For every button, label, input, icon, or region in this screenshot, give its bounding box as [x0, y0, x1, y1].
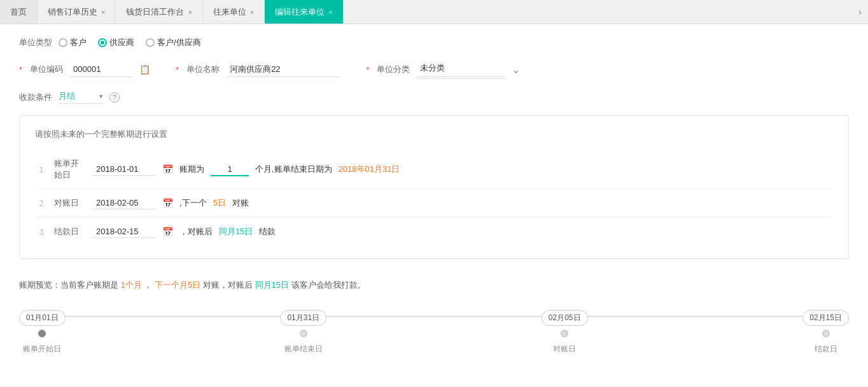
tab-sales-order-history[interactable]: 销售订单历史 ×	[38, 0, 116, 24]
row-2-prefix: ,下一个	[179, 197, 207, 209]
setting-box: 请按照未来的一个完整帐期进行设置 1 账单开始日 📅 账期为 个月,账单结束日期…	[19, 115, 849, 259]
timeline-label-2: 对账日	[553, 344, 576, 355]
row-2-cal-icon[interactable]: 📅	[162, 198, 173, 208]
radio-customer[interactable]: 客户	[59, 37, 87, 48]
tab-sales-close[interactable]: ×	[101, 8, 105, 16]
radio-both-label: 客户/供应商	[157, 37, 201, 48]
unit-category-label: 单位分类	[377, 64, 410, 75]
timeline-label-0: 账单开始日	[23, 344, 61, 355]
tab-partner-units[interactable]: 往来单位 ×	[203, 0, 265, 24]
unit-category-value: 未分类	[416, 60, 505, 77]
timeline-label-3: 结款日	[815, 344, 837, 355]
row-3-highlight: 同月15日	[219, 226, 253, 237]
row-3-name: 结款日	[54, 226, 86, 237]
timeline-badge-3: 02月15日	[802, 310, 849, 326]
preview-part3-sep: 该客户会给我打款。	[291, 280, 366, 290]
row-3-suffix: 结款	[259, 226, 276, 237]
radio-customer-circle	[59, 38, 67, 47]
row-3-prefix: ，对账后	[179, 226, 213, 237]
row-3-date-input[interactable]	[92, 225, 156, 238]
timeline-point-1: 01月31日 账单结束日	[280, 310, 326, 355]
payment-condition-row: 收款条件 月结 ▾ ?	[19, 90, 849, 104]
preview-part1-sep: ，	[144, 280, 152, 290]
unit-code-star: *	[19, 65, 22, 74]
row-1-name: 账单开始日	[54, 158, 86, 181]
preview-part2: 下一个月5日	[155, 280, 200, 290]
tab-cash-clearing[interactable]: 钱货日清工作台 ×	[116, 0, 202, 24]
tab-partner-label: 往来单位	[213, 6, 246, 18]
unit-type-label: 单位类型	[19, 37, 52, 48]
tab-bar: 首页 销售订单历史 × 钱货日清工作台 × 往来单位 × 编辑往来单位 × ›	[0, 0, 868, 24]
tab-cash-label: 钱货日清工作台	[126, 6, 184, 18]
preview-part1: 1个月	[121, 280, 142, 290]
tab-cash-close[interactable]: ×	[188, 8, 192, 16]
payment-condition-label: 收款条件	[19, 92, 52, 103]
unit-code-label: 单位编码	[30, 64, 63, 75]
radio-supplier-circle	[98, 38, 107, 47]
radio-supplier[interactable]: 供应商	[98, 37, 134, 48]
row-1-highlight: 2018年01月31日	[339, 164, 400, 175]
payment-condition-value: 月结	[59, 90, 97, 102]
timeline-points: 01月01日 账单开始日 01月31日 账单结束日 02月05日 对账日 02月…	[19, 310, 849, 355]
unit-name-star: *	[176, 65, 179, 74]
tab-edit-close[interactable]: ×	[328, 8, 332, 16]
unit-type-radio-group: 客户 供应商 客户/供应商	[59, 37, 201, 48]
row-3-num: 3	[35, 227, 48, 237]
row-2-date-input[interactable]	[92, 197, 156, 209]
preview-label: 账期预览：当前客户账期是	[19, 280, 118, 290]
preview-part3: 同月15日	[255, 280, 289, 290]
timeline-point-2: 02月05日 对账日	[542, 310, 588, 355]
row-1-period-input[interactable]	[211, 163, 249, 176]
preview-part2-sep: 对账，对账后	[203, 280, 253, 290]
radio-both-circle	[146, 38, 155, 47]
row-1-suffix: 账期为	[179, 164, 204, 175]
unit-info-row: * 单位编码 📋 * 单位名称 * 单位分类 未分类 ⌄	[19, 60, 849, 79]
radio-both[interactable]: 客户/供应商	[146, 37, 201, 48]
timeline-badge-1: 01月31日	[280, 310, 326, 326]
row-1-period-unit: 个月,账单结束日期为	[255, 164, 332, 175]
radio-customer-label: 客户	[70, 37, 87, 48]
payment-help-icon[interactable]: ?	[109, 92, 120, 102]
timeline-dot-1	[300, 330, 307, 337]
timeline-dot-0	[38, 330, 46, 337]
preview-text: 账期预览：当前客户账期是 1个月 ， 下一个月5日 对账，对账后 同月15日 该…	[19, 279, 849, 291]
unit-code-icon[interactable]: 📋	[139, 64, 150, 74]
row-3-cal-icon[interactable]: 📅	[162, 227, 173, 237]
tab-edit-label: 编辑往来单位	[275, 6, 325, 18]
preview-section: 账期预览：当前客户账期是 1个月 ， 下一个月5日 对账，对账后 同月15日 该…	[19, 269, 849, 374]
row-1-cal-icon[interactable]: 📅	[162, 164, 173, 174]
main-content: 单位类型 客户 供应商 客户/供应商 * 单位编码 📋 * 单位名称 * 单位分…	[0, 24, 868, 386]
unit-category-dropdown-icon[interactable]: ⌄	[512, 64, 520, 76]
tab-sales-label: 销售订单历史	[48, 6, 97, 18]
tab-edit-partner[interactable]: 编辑往来单位 ×	[265, 0, 343, 24]
tab-partner-close[interactable]: ×	[250, 8, 254, 16]
row-2-name: 对账日	[54, 197, 86, 209]
payment-condition-arrow: ▾	[99, 92, 103, 101]
unit-name-label: 单位名称	[186, 64, 220, 75]
timeline-badge-0: 01月01日	[19, 310, 66, 326]
setting-row-3: 3 结款日 📅 ，对账后 同月15日 结款	[35, 218, 833, 246]
tab-home-label: 首页	[10, 6, 27, 18]
row-2-num: 2	[35, 199, 48, 208]
timeline-dot-2	[561, 330, 568, 337]
tab-home[interactable]: 首页	[0, 0, 38, 24]
timeline-label-1: 账单结束日	[284, 344, 323, 355]
row-2-highlight: 5日	[213, 197, 226, 209]
row-1-num: 1	[35, 165, 48, 174]
setting-row-2: 2 对账日 📅 ,下一个 5日 对账	[35, 189, 833, 218]
unit-name-input[interactable]	[226, 62, 340, 77]
row-2-middle: 对账	[232, 197, 249, 209]
tab-overflow-chevron[interactable]: ›	[852, 6, 868, 18]
setting-row-1: 1 账单开始日 📅 账期为 个月,账单结束日期为 2018年01月31日	[35, 150, 833, 189]
timeline-dot-3	[822, 330, 830, 337]
payment-condition-select[interactable]: 月结 ▾	[59, 90, 103, 104]
unit-category-select[interactable]: 未分类	[416, 60, 505, 79]
unit-code-input[interactable]	[69, 62, 133, 77]
timeline: 01月01日 账单开始日 01月31日 账单结束日 02月05日 对账日 02月…	[19, 304, 849, 374]
unit-category-star: *	[366, 65, 369, 74]
unit-type-row: 单位类型 客户 供应商 客户/供应商	[19, 37, 849, 48]
timeline-badge-2: 02月05日	[542, 310, 588, 326]
timeline-point-3: 02月15日 结款日	[802, 310, 849, 355]
row-1-date-input[interactable]	[92, 163, 156, 176]
radio-supplier-label: 供应商	[109, 37, 134, 48]
